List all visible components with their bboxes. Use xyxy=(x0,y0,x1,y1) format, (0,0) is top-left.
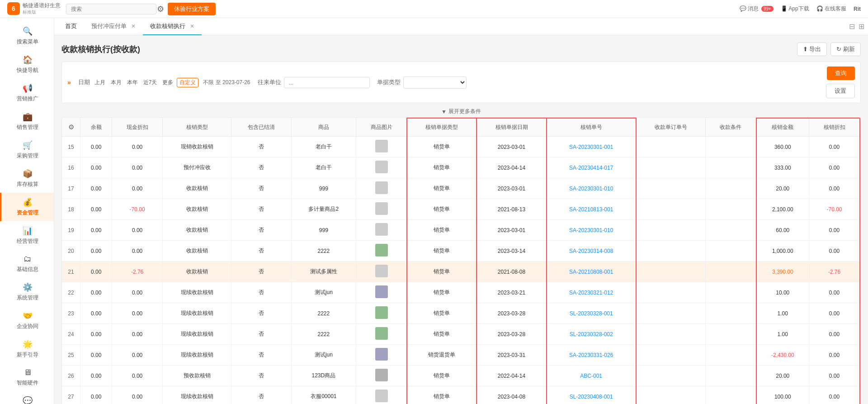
message-btn[interactable]: 💬 消息 99+ xyxy=(740,5,774,13)
td-verify-bill-no-link[interactable]: SA-20230314-008 xyxy=(569,248,613,254)
td-verify-bill-no-link[interactable]: SA-20230301-010 xyxy=(569,227,613,233)
td-verify-bill-no-link[interactable]: ABC-001 xyxy=(580,373,602,379)
td-verify-amount: 100.00 xyxy=(756,386,809,404)
tab-collection-close[interactable]: ✕ xyxy=(190,23,194,29)
td-verify-bill-no-link[interactable]: SA-20230414-017 xyxy=(569,165,613,171)
td-verify-type: 预收款核销 xyxy=(162,366,231,386)
td-verify-bill-no-link[interactable]: SA-20210813-001 xyxy=(569,206,613,213)
td-product-img xyxy=(356,137,407,157)
search-input[interactable] xyxy=(66,4,156,14)
sidebar-item-marketing[interactable]: 📢 营销推广 xyxy=(0,79,54,107)
tab-prepay-close[interactable]: ✕ xyxy=(131,23,136,29)
td-include-settled: 否 xyxy=(231,157,291,178)
sidebar-item-enterprise[interactable]: 🤝 企业协同 xyxy=(0,306,54,335)
sidebar-item-operations[interactable]: 📊 经营管理 xyxy=(0,221,54,250)
industry-btn[interactable]: 休验行业方案 xyxy=(168,3,216,15)
filter-party-input[interactable] xyxy=(284,77,370,88)
filter-date-last-month[interactable]: 上月 xyxy=(93,78,107,87)
settings-button[interactable]: 设置 xyxy=(826,84,855,98)
td-verify-amount: 360.00 xyxy=(756,137,809,157)
product-thumb xyxy=(375,265,388,277)
filter-date-7days[interactable]: 近7天 xyxy=(142,78,159,87)
td-verify-bill-no[interactable]: SA-20230321-012 xyxy=(547,282,636,303)
basic-info-icon: 🗂 xyxy=(24,254,32,264)
td-verify-bill-no[interactable]: SA-20230414-017 xyxy=(547,157,636,178)
td-verify-discount: 0.00 xyxy=(809,386,860,404)
sidebar-label-purchase: 采购管理 xyxy=(17,152,38,160)
refresh-button[interactable]: ↻ 刷新 xyxy=(830,43,861,56)
td-balance: 0.00 xyxy=(80,282,112,303)
td-verify-bill-no[interactable]: ABC-001 xyxy=(547,366,636,386)
td-verify-bill-no-link[interactable]: SL-20230328-002 xyxy=(570,331,613,337)
window-minimize-icon[interactable]: ⊟ xyxy=(849,22,855,31)
sidebar-item-sales[interactable]: 💼 销售管理 xyxy=(0,107,54,136)
wechat-icon: 💬 xyxy=(23,396,33,404)
td-verify-bill-no[interactable]: SA-20230314-008 xyxy=(547,241,636,261)
td-product: 多计量商品2 xyxy=(291,199,356,220)
td-verify-bill-no[interactable]: SA-20230301-001 xyxy=(547,137,636,157)
td-product: 999 xyxy=(291,220,356,241)
td-verify-amount: 60.00 xyxy=(756,220,809,241)
table-row: 210.00-2.76收款核销否测试多属性销货单2021-08-08SA-202… xyxy=(62,261,860,282)
app-download-btn[interactable]: 📱 App下载 xyxy=(781,5,809,13)
td-verify-bill-no[interactable]: SA-20210808-001 xyxy=(547,261,636,282)
filter-date-this-month[interactable]: 本月 xyxy=(109,78,123,87)
td-verify-bill-no[interactable]: SA-20210813-001 xyxy=(547,199,636,220)
td-verify-bill-no-link[interactable]: SA-20210808-001 xyxy=(569,269,613,275)
td-verify-bill-no-link[interactable]: SL-20230328-001 xyxy=(570,310,613,317)
sidebar-item-system[interactable]: ⚙️ 系统管理 xyxy=(0,278,54,306)
td-verify-bill-no[interactable]: SA-20230301-010 xyxy=(547,178,636,199)
td-verify-amount: 2,100.00 xyxy=(756,199,809,220)
sidebar-item-inventory[interactable]: 📦 库存核算 xyxy=(0,164,54,193)
td-verify-bill-no[interactable]: SL-20230328-002 xyxy=(547,324,636,345)
tab-collection[interactable]: 收款核销执行 ✕ xyxy=(143,18,202,35)
td-balance: 0.00 xyxy=(80,241,112,261)
filter-date-more[interactable]: 更多 xyxy=(160,78,175,87)
td-verify-type: 现续收款核销 xyxy=(162,303,231,324)
sidebar-item-quick-nav[interactable]: 🏠 快捷导航 xyxy=(0,50,54,79)
tab-home[interactable]: 首页 xyxy=(58,18,84,35)
sidebar-item-purchase[interactable]: 🛒 采购管理 xyxy=(0,136,54,164)
logo-sub: 标推版 xyxy=(23,9,61,15)
td-cash-discount: -70.00 xyxy=(112,199,162,220)
export-button[interactable]: ⬆ 导出 xyxy=(797,43,827,56)
td-verify-bill-no-link[interactable]: SA-20230331-026 xyxy=(569,352,613,358)
filter-voucher-select[interactable] xyxy=(403,76,467,89)
td-verify-bill-date: 2023-03-28 xyxy=(476,303,546,324)
td-verify-bill-no[interactable]: SA-20230301-010 xyxy=(547,220,636,241)
sidebar-item-wechat[interactable]: 💬 企业微信 xyxy=(0,391,54,404)
td-cash-discount: 0.00 xyxy=(112,386,162,404)
sidebar-item-hardware[interactable]: 🖥 智能硬件 xyxy=(0,363,54,391)
td-verify-bill-date: 2023-03-14 xyxy=(476,241,546,261)
th-settings[interactable]: ⚙ xyxy=(62,118,80,137)
td-verify-bill-no[interactable]: SL-20230408-001 xyxy=(547,386,636,404)
query-button[interactable]: 查询 xyxy=(827,67,855,80)
sidebar-item-newbie[interactable]: 🌟 新手引导 xyxy=(0,335,54,363)
settings-gear-icon[interactable]: ⚙ xyxy=(66,122,76,133)
td-receipt-order-no xyxy=(636,345,706,366)
th-cash-discount: 现金折扣 xyxy=(112,118,162,137)
td-receipt-condition xyxy=(705,199,756,220)
td-verify-amount: 333.00 xyxy=(756,157,809,178)
filter-date-custom[interactable]: 自定义 xyxy=(177,78,198,87)
td-verify-bill-no-link[interactable]: SA-20230301-001 xyxy=(569,144,613,150)
td-receipt-order-no xyxy=(636,220,706,241)
td-verify-bill-no-link[interactable]: SA-20230301-010 xyxy=(569,185,613,192)
td-verify-bill-no[interactable]: SL-20230328-001 xyxy=(547,303,636,324)
online-service-btn[interactable]: 🎧 在线客服 xyxy=(816,5,846,13)
expand-more-conditions[interactable]: ▼ 展开更多条件 xyxy=(61,108,861,115)
sidebar-item-search-menu[interactable]: 🔍 搜索菜单 xyxy=(0,22,54,50)
tab-prepay[interactable]: 预付冲应付单 ✕ xyxy=(84,18,143,35)
sidebar-item-finance[interactable]: 💰 资金管理 xyxy=(0,193,54,221)
filter-toggle[interactable]: » xyxy=(67,79,71,86)
td-receipt-condition xyxy=(705,366,756,386)
td-verify-bill-no[interactable]: SA-20230331-026 xyxy=(547,345,636,366)
td-verify-bill-no-link[interactable]: SL-20230408-001 xyxy=(570,394,613,400)
window-expand-icon[interactable]: ⊞ xyxy=(859,22,864,31)
sidebar-item-basic-info[interactable]: 🗂 基础信息 xyxy=(0,250,54,278)
td-verify-bill-no-link[interactable]: SA-20230321-012 xyxy=(569,290,613,296)
gear-icon-topbar[interactable]: ⚙ xyxy=(157,4,164,14)
user-label[interactable]: Rit xyxy=(854,6,861,12)
filter-bar: » 日期 上月 本月 本年 近7天 更多 自定义 不限 至 2023-07-26 xyxy=(61,62,861,103)
filter-date-this-year[interactable]: 本年 xyxy=(125,78,140,87)
